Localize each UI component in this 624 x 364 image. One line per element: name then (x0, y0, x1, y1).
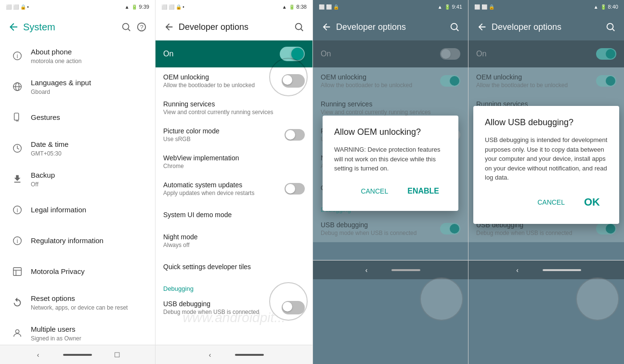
back-nav-4[interactable]: ‹ (512, 264, 523, 276)
backup-icon (8, 169, 27, 189)
back-icon-4[interactable] (476, 21, 488, 33)
legal-icon: i (8, 200, 27, 220)
usb-debug-title-2: USB debugging (163, 300, 282, 308)
users-subtitle: Signed in as Owner (31, 335, 147, 342)
search-icon-1[interactable] (120, 21, 132, 33)
night-mode-subtitle-2: Always off (163, 242, 305, 248)
back-icon-2[interactable] (163, 21, 175, 33)
regulatory-icon: i (8, 231, 27, 250)
toolbar-1: System ? (0, 13, 155, 40)
settings-item-gestures[interactable]: Gestures (0, 102, 155, 133)
toolbar-title-1: System (23, 22, 117, 33)
home-nav-1[interactable] (63, 354, 92, 356)
system-ui-demo-title-2: System UI demo mode (163, 211, 305, 219)
dev-item-oem[interactable]: OEM unlocking Allow the bootloader to be… (156, 67, 312, 94)
back-icon-1[interactable] (8, 21, 19, 33)
usb-subtitle-3: Debug mode when USB is connected (321, 230, 440, 236)
settings-item-reset[interactable]: Reset options Network, apps, or device c… (0, 287, 155, 318)
nav-bar-2: ‹ (156, 345, 312, 364)
status-bar-1: ⬜ ⬜ 🔒 • ▲ 🔋 9:39 (0, 0, 155, 13)
running-subtitle-2: View and control currently running servi… (163, 109, 305, 116)
backup-subtitle: Off (31, 181, 147, 188)
dev-on-toggle-4[interactable] (596, 48, 616, 60)
back-nav-3[interactable]: ‹ (361, 264, 372, 276)
enable-highlight-circle (420, 277, 463, 321)
usb-cancel-button[interactable]: Cancel (530, 192, 572, 212)
settings-item-privacy[interactable]: Motorola Privacy (0, 256, 155, 287)
dev-item-webview[interactable]: WebView implementation Chrome (156, 148, 312, 175)
panel-developer-options: ⬜ ⬜ 🔒 • ▲ 🔋 8:38 Developer options On OE… (156, 0, 313, 364)
panel-usb-dialog: ⬜ ⬜ 🔒 ▲ 🔋 8:40 Developer options On OEM … (468, 0, 624, 364)
oem-toggle-2[interactable] (282, 74, 305, 88)
dev-on-header-3: On (313, 40, 468, 67)
settings-item-legal[interactable]: i Legal information (0, 195, 155, 225)
datetime-icon (8, 139, 27, 158)
back-nav-1[interactable]: ‹ (32, 349, 44, 361)
dev-on-toggle-2[interactable] (280, 47, 305, 61)
svg-text:i: i (17, 238, 18, 245)
settings-item-datetime[interactable]: Date & time GMT+05:30 (0, 133, 155, 164)
status-icons-left-1: ⬜ ⬜ 🔒 • (6, 4, 29, 10)
dev-item-usb-debugging[interactable]: USB debugging Debug mode when USB is con… (156, 294, 312, 321)
svg-point-19 (15, 330, 19, 333)
settings-item-about[interactable]: i About phone motorola one action (0, 40, 155, 71)
settings-item-regulatory[interactable]: i Regulatory information (0, 225, 155, 256)
picture-color-toggle-2[interactable] (285, 129, 305, 141)
nav-bar-3: ‹ (313, 260, 468, 279)
auto-updates-toggle-2[interactable] (285, 183, 305, 195)
reset-subtitle: Network, apps, or device can be reset (31, 304, 147, 311)
svg-text:?: ? (140, 24, 143, 31)
toolbar-3: Developer options (313, 13, 468, 40)
dev-item-oem-4: OEM unlocking Allow the bootloader to be… (468, 67, 624, 94)
back-icon-3[interactable] (321, 21, 332, 33)
home-nav-4[interactable] (543, 269, 581, 271)
svg-line-24 (301, 29, 303, 31)
usb-dialog-actions: Cancel OK (485, 192, 608, 212)
dev-item-auto-updates[interactable]: Automatic system updates Apply updates w… (156, 175, 312, 202)
oem-cancel-button[interactable]: Cancel (353, 183, 396, 199)
dev-item-quick-settings[interactable]: Quick settings developer tiles (156, 254, 312, 279)
auto-updates-title-2: Automatic system updates (163, 181, 285, 189)
dev-item-system-ui-demo[interactable]: System UI demo mode (156, 202, 312, 227)
dev-item-oem-3: OEM unlocking Allow the bootloader to be… (313, 67, 468, 94)
oem-toggle-4 (596, 75, 616, 87)
battery-icon-4: 🔋 (600, 4, 606, 10)
ok-highlight-circle (576, 277, 619, 321)
dev-on-label-4: On (476, 50, 486, 58)
search-icon-4[interactable] (605, 21, 616, 33)
oem-enable-button[interactable]: Enable (400, 183, 447, 199)
oem-dialog-actions: Cancel Enable (334, 183, 447, 199)
settings-item-backup[interactable]: Backup Off (0, 164, 155, 195)
search-icon-2[interactable] (293, 21, 305, 33)
dev-item-night-mode[interactable]: Night mode Always off (156, 227, 312, 254)
panel-oem-dialog: ⬜ ⬜ 🔒 ▲ 🔋 9:41 Developer options On OEM … (313, 0, 468, 364)
settings-item-languages[interactable]: Languages & input Gboard (0, 71, 155, 102)
dev-on-header-4: On (468, 40, 624, 67)
recent-nav-1[interactable]: ☐ (111, 349, 123, 361)
legal-title: Legal information (31, 205, 147, 215)
oem-dialog-title: Allow OEM unlocking? (334, 127, 447, 137)
search-icon-3[interactable] (449, 21, 460, 33)
running-title-2: Running services (163, 100, 305, 108)
users-icon (8, 324, 27, 343)
status-bar-4: ⬜ ⬜ 🔒 ▲ 🔋 8:40 (468, 0, 624, 13)
reset-title: Reset options (31, 294, 147, 303)
svg-point-23 (296, 24, 302, 30)
running-title-3: Running services (321, 100, 460, 108)
dev-item-running[interactable]: Running services View and control curren… (156, 94, 312, 121)
dev-item-picture-color[interactable]: Picture color mode Use sRGB (156, 121, 312, 148)
dev-on-toggle-3[interactable] (440, 48, 460, 60)
usb-debug-toggle-2[interactable] (282, 301, 305, 314)
settings-item-users[interactable]: Multiple users Signed in as Owner (0, 318, 155, 345)
home-nav-2[interactable] (235, 354, 264, 356)
back-nav-2[interactable]: ‹ (204, 349, 216, 361)
home-nav-3[interactable] (391, 269, 420, 271)
usb-toggle-4 (596, 223, 616, 234)
help-icon-1[interactable]: ? (136, 21, 147, 33)
webview-title-2: WebView implementation (163, 154, 305, 162)
svg-point-0 (123, 24, 129, 30)
gestures-icon (8, 108, 27, 127)
usb-ok-button[interactable]: OK (576, 192, 608, 212)
webview-subtitle-2: Chrome (163, 163, 305, 169)
running-subtitle-3: View and control currently running servi… (321, 109, 460, 116)
